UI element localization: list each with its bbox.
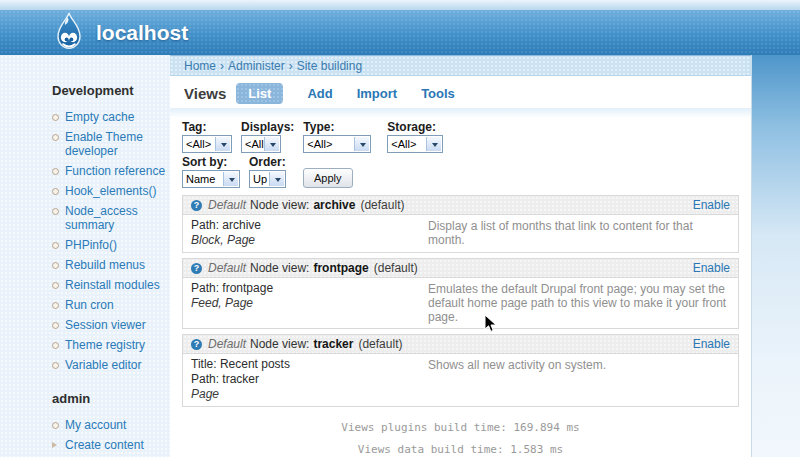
sidebar-item-run-cron[interactable]: Run cron <box>52 295 166 315</box>
filter-row-2: Sort by: Name Order: Up Apply <box>182 156 739 188</box>
breadcrumb-link-home[interactable]: Home <box>184 59 216 73</box>
displays-select[interactable]: <All> <box>241 135 281 153</box>
sidebar-link[interactable]: My account <box>65 418 126 432</box>
view-row-header: ? Default Node view: frontpage (default)… <box>183 259 738 278</box>
sidebar-link[interactable]: Reinstall modules <box>65 278 160 292</box>
view-path: Path: tracker <box>191 372 428 387</box>
circle-bullet-icon <box>52 362 59 369</box>
view-title: Title: Recent posts <box>191 357 428 372</box>
sidebar-item-rebuild-menus[interactable]: Rebuild menus <box>52 255 166 275</box>
select-value: Name <box>186 173 215 185</box>
view-name: frontpage <box>313 261 368 275</box>
type-select[interactable]: <All> <box>303 135 371 153</box>
sidebar-link[interactable]: Variable editor <box>65 358 142 372</box>
sidebar-link[interactable]: Node_access summary <box>65 204 138 232</box>
main-content-panel: Home›Administer›Site building Views List… <box>170 55 752 457</box>
apply-button[interactable]: Apply <box>303 168 353 188</box>
chevron-down-icon <box>275 178 281 185</box>
sidebar-link[interactable]: PHPinfo() <box>65 238 117 252</box>
enable-link[interactable]: Enable <box>693 337 730 351</box>
order-select[interactable]: Up <box>249 170 286 188</box>
view-row-tracker: ? Default Node view: tracker (default) E… <box>182 334 739 407</box>
sidebar-link[interactable]: Rebuild menus <box>65 258 145 272</box>
sidebar-link[interactable]: Enable Theme developer <box>65 130 143 158</box>
sidebar-item-phpinfo[interactable]: PHPinfo() <box>52 235 166 255</box>
select-value: <All> <box>186 138 211 150</box>
circle-bullet-icon <box>52 422 59 429</box>
views-filters: Tag: <All> Displays: <All> Type: <All> S… <box>170 118 751 188</box>
view-type-label: Default <box>208 198 246 212</box>
sort-by-select[interactable]: Name <box>182 170 240 188</box>
view-row-body: Title: Recent posts Path: tracker Page S… <box>183 354 738 406</box>
select-value: <All> <box>391 138 416 150</box>
sidebar-item-reinstall-modules[interactable]: Reinstall modules <box>52 275 166 295</box>
circle-bullet-icon <box>52 188 59 195</box>
sidebar-item-node-access-summary[interactable]: Node_access summary <box>52 201 166 235</box>
storage-select[interactable]: <All> <box>387 135 443 153</box>
circle-bullet-icon <box>52 114 59 121</box>
filter-row-1: Tag: <All> Displays: <All> Type: <All> S… <box>182 121 739 153</box>
filter-group-displays: Displays: <All> <box>241 121 294 153</box>
filter-label: Displays: <box>241 121 294 134</box>
tab-add[interactable]: Add <box>307 86 332 101</box>
site-header: localhost <box>0 10 800 55</box>
sidebar-item-hook-elements[interactable]: Hook_elements() <box>52 181 166 201</box>
view-row-frontpage: ? Default Node view: frontpage (default)… <box>182 258 739 329</box>
top-accent-strip <box>0 0 800 10</box>
chevron-down-icon <box>229 178 235 185</box>
view-description: Emulates the default Drupal front page; … <box>428 281 730 324</box>
tab-list[interactable]: List <box>236 83 283 104</box>
sidebar-item-session-viewer[interactable]: Session viewer <box>52 315 166 335</box>
collapsed-triangle-icon <box>52 442 57 448</box>
enable-link[interactable]: Enable <box>693 261 730 275</box>
sidebar-link[interactable]: Create content <box>65 438 144 452</box>
tab-import[interactable]: Import <box>357 86 397 101</box>
drupal-admin-screen: localhost Development Empty cache Enable… <box>0 0 800 457</box>
filter-group-tag: Tag: <All> <box>182 121 232 153</box>
sidebar-link[interactable]: Run cron <box>65 298 114 312</box>
sidebar-item-function-reference[interactable]: Function reference <box>52 161 166 181</box>
view-type-label: Default <box>208 337 246 351</box>
help-icon[interactable]: ? <box>191 263 202 274</box>
view-details: Title: Recent posts Path: tracker Page <box>191 357 428 402</box>
title-row: Views List Add Import Tools <box>170 76 751 108</box>
circle-bullet-icon <box>52 322 59 329</box>
page-background <box>752 55 800 457</box>
view-displays: Feed, Page <box>191 296 428 311</box>
sidebar-item-empty-cache[interactable]: Empty cache <box>52 107 166 127</box>
sidebar-link[interactable]: Function reference <box>65 164 165 178</box>
sidebar-link[interactable]: Session viewer <box>65 318 146 332</box>
view-type-label: Default <box>208 261 246 275</box>
enable-link[interactable]: Enable <box>693 198 730 212</box>
view-details: Path: frontpage Feed, Page <box>191 281 428 324</box>
view-name-suffix: (default) <box>360 198 404 212</box>
tab-tools[interactable]: Tools <box>421 86 455 101</box>
sidebar-item-theme-registry[interactable]: Theme registry <box>52 335 166 355</box>
sidebar-link[interactable]: Theme registry <box>65 338 145 352</box>
sidebar-item-my-account[interactable]: My account <box>52 415 166 435</box>
sidebar-item-enable-theme-developer[interactable]: Enable Theme developer <box>52 127 166 161</box>
druplicon-logo-icon[interactable] <box>52 12 86 54</box>
tag-select[interactable]: <All> <box>182 135 232 153</box>
site-name[interactable]: localhost <box>96 21 188 45</box>
sidebar-link[interactable]: Empty cache <box>65 110 134 124</box>
breadcrumb-link-site-building[interactable]: Site building <box>297 59 362 73</box>
view-name: archive <box>313 198 355 212</box>
sidebar-link[interactable]: Hook_elements() <box>65 184 156 198</box>
help-icon[interactable]: ? <box>191 200 202 211</box>
view-details: Path: archive Block, Page <box>191 218 428 248</box>
chevron-down-icon <box>432 143 438 150</box>
circle-bullet-icon <box>52 208 59 215</box>
breadcrumb: Home›Administer›Site building <box>170 55 751 76</box>
view-row-body: Path: frontpage Feed, Page Emulates the … <box>183 278 738 328</box>
build-times: Views plugins build time: 169.894 ms Vie… <box>170 421 751 456</box>
view-kind-label: Node view: <box>250 198 309 212</box>
breadcrumb-link-administer[interactable]: Administer <box>228 59 285 73</box>
view-row-header: ? Default Node view: tracker (default) E… <box>183 335 738 354</box>
sidebar-item-variable-editor[interactable]: Variable editor <box>52 355 166 375</box>
sidebar-section-title-admin: admin <box>52 391 166 406</box>
sidebar-item-create-content[interactable]: Create content <box>52 435 166 455</box>
plugins-build-time: Views plugins build time: 169.894 ms <box>170 421 751 434</box>
help-icon[interactable]: ? <box>191 339 202 350</box>
mouse-cursor-icon <box>484 314 497 333</box>
